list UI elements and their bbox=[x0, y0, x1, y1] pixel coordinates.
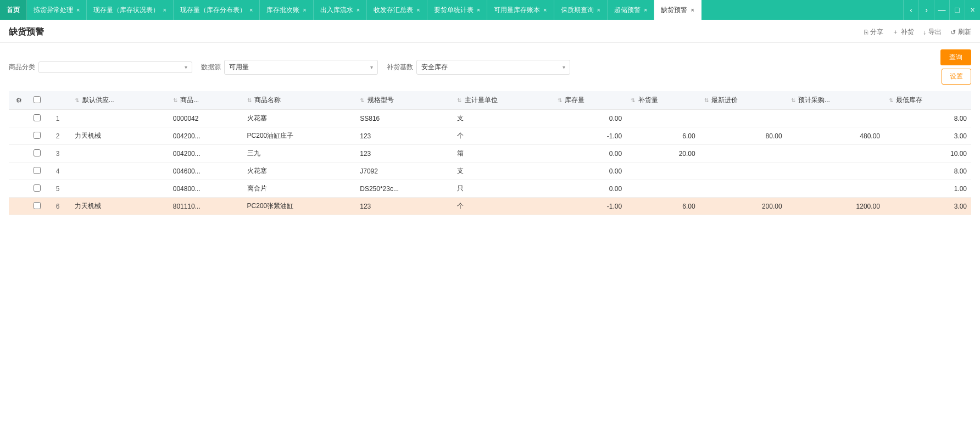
col-min-stock-header[interactable]: ⇅ 最低库存 bbox=[884, 91, 971, 110]
tab-inventory-status[interactable]: 现存量（库存状况表） × bbox=[87, 0, 173, 20]
tab-batch-account-close[interactable]: × bbox=[303, 7, 306, 13]
sort-icon-stock: ⇅ bbox=[558, 97, 562, 103]
window-close-button[interactable]: × bbox=[965, 0, 980, 20]
tab-order-stat-close[interactable]: × bbox=[477, 7, 480, 13]
col-code-header[interactable]: ⇅ 商品... bbox=[169, 91, 243, 110]
col-supplier-header[interactable]: ⇅ 默认供应... bbox=[70, 91, 168, 110]
col-settings[interactable]: ⚙ bbox=[9, 91, 29, 110]
row-checkbox-cell[interactable] bbox=[29, 163, 45, 180]
tab-next-button[interactable]: › bbox=[918, 0, 934, 20]
settings-button[interactable]: 设置 bbox=[942, 69, 971, 85]
category-label: 商品分类 bbox=[9, 63, 35, 72]
tab-prev-button[interactable]: ‹ bbox=[903, 0, 918, 20]
table-settings-icon[interactable]: ⚙ bbox=[16, 97, 22, 104]
tab-batch-account[interactable]: 库存批次账 × bbox=[260, 0, 313, 20]
tab-overstock-warning[interactable]: 超储预警 × bbox=[608, 0, 654, 20]
row-unit: 支 bbox=[453, 163, 553, 180]
tab-shortage-warning[interactable]: 缺货预警 × bbox=[654, 0, 701, 20]
col-price-header[interactable]: ⇅ 最新进价 bbox=[700, 91, 787, 110]
tab-inventory-dist-close[interactable]: × bbox=[249, 7, 253, 13]
col-name-header[interactable]: ⇅ 商品名称 bbox=[243, 91, 356, 110]
row-num: 6 bbox=[45, 198, 70, 215]
tab-inventory-status-close[interactable]: × bbox=[163, 7, 166, 13]
row-replenish-qty bbox=[626, 180, 699, 198]
category-filter-group: 商品分类 ▾ bbox=[9, 61, 192, 73]
tab-receive-summary-close[interactable]: × bbox=[416, 7, 420, 13]
col-checkbox-header[interactable] bbox=[29, 91, 45, 110]
row-num: 3 bbox=[45, 145, 70, 163]
row-checkbox[interactable] bbox=[34, 167, 41, 174]
row-checkbox[interactable] bbox=[34, 132, 41, 139]
row-checkbox[interactable] bbox=[34, 184, 41, 192]
col-unit-header[interactable]: ⇅ 主计量单位 bbox=[453, 91, 553, 110]
page-content: 缺货预警 ⎘ 分享 ＋ 补货 ↓ 导出 ↺ 刷新 商品分类 bbox=[0, 20, 980, 437]
window-minimize-button[interactable]: — bbox=[934, 0, 949, 20]
row-unit: 个 bbox=[453, 127, 553, 145]
table-container: ⚙ ⇅ 默认供应... ⇅ 商品... ⇅ bbox=[0, 91, 980, 215]
tab-inout-flow[interactable]: 出入库流水 × bbox=[314, 0, 367, 20]
tab-available-ledger[interactable]: 可用量库存账本 × bbox=[487, 0, 554, 20]
row-checkbox[interactable] bbox=[34, 202, 41, 209]
row-checkbox-cell[interactable] bbox=[29, 180, 45, 198]
row-checkbox[interactable] bbox=[34, 114, 41, 121]
tab-inout-flow-close[interactable]: × bbox=[357, 7, 360, 13]
replenish-icon: ＋ bbox=[892, 27, 899, 37]
col-est-purchase-header[interactable]: ⇅ 预计采购... bbox=[787, 91, 884, 110]
query-button[interactable]: 查询 bbox=[940, 49, 971, 65]
row-supplier: 力天机械 bbox=[70, 127, 168, 145]
tab-overstock-warning-close[interactable]: × bbox=[644, 7, 647, 13]
row-code: 801110... bbox=[169, 198, 243, 215]
row-settings bbox=[9, 180, 29, 198]
row-stock-qty: 0.00 bbox=[553, 110, 626, 127]
row-supplier bbox=[70, 145, 168, 163]
sort-icon-est: ⇅ bbox=[791, 97, 795, 103]
sort-icon-spec: ⇅ bbox=[360, 97, 364, 103]
tab-shortage-warning-close[interactable]: × bbox=[691, 7, 694, 13]
tab-available-ledger-close[interactable]: × bbox=[543, 7, 547, 13]
row-checkbox-cell[interactable] bbox=[29, 110, 45, 127]
table-row: 1 0000042 火花塞 SS816 支 0.00 8.00 bbox=[9, 110, 971, 127]
replenish-action[interactable]: ＋ 补货 bbox=[892, 27, 914, 37]
col-stock-header[interactable]: ⇅ 库存量 bbox=[553, 91, 626, 110]
tab-home[interactable]: 首页 bbox=[0, 0, 27, 20]
row-settings bbox=[9, 198, 29, 215]
row-est-purchase bbox=[787, 145, 884, 163]
tab-inventory-dist[interactable]: 现存量（库存分布表） × bbox=[174, 0, 260, 20]
row-latest-price bbox=[700, 180, 787, 198]
row-spec: 123 bbox=[355, 145, 453, 163]
datasource-dropdown-icon: ▾ bbox=[370, 64, 373, 70]
tab-receive-summary[interactable]: 收发存汇总表 × bbox=[367, 0, 427, 20]
row-supplier bbox=[70, 110, 168, 127]
tab-nav-buttons: ‹ › — □ × bbox=[903, 0, 980, 20]
row-checkbox-cell[interactable] bbox=[29, 198, 45, 215]
tab-abnormal[interactable]: 拣货异常处理 × bbox=[27, 0, 87, 20]
category-select[interactable]: ▾ bbox=[38, 61, 192, 73]
row-name: 离合片 bbox=[243, 180, 356, 198]
filter-area: 商品分类 ▾ 数据源 可用量 ▾ 补货基数 安全库存 ▾ 查询 设置 bbox=[0, 43, 980, 91]
row-checkbox-cell[interactable] bbox=[29, 145, 45, 163]
replenish-select[interactable]: 安全库存 ▾ bbox=[416, 60, 570, 75]
share-action[interactable]: ⎘ 分享 bbox=[864, 27, 883, 37]
row-checkbox[interactable] bbox=[34, 149, 41, 156]
table-body: 1 0000042 火花塞 SS816 支 0.00 8.00 2 力天机械 0… bbox=[9, 110, 971, 215]
col-replenish-header[interactable]: ⇅ 补货量 bbox=[626, 91, 699, 110]
row-est-purchase: 480.00 bbox=[787, 127, 884, 145]
row-min-stock: 1.00 bbox=[884, 180, 971, 198]
tab-abnormal-close[interactable]: × bbox=[76, 7, 80, 13]
row-checkbox-cell[interactable] bbox=[29, 127, 45, 145]
row-spec: 123 bbox=[355, 127, 453, 145]
export-action[interactable]: ↓ 导出 bbox=[923, 27, 942, 37]
select-all-checkbox[interactable] bbox=[34, 96, 41, 103]
tab-order-stat[interactable]: 要货单统计表 × bbox=[427, 0, 487, 20]
datasource-value: 可用量 bbox=[229, 63, 249, 72]
sort-icon-unit: ⇅ bbox=[457, 97, 461, 103]
row-unit: 支 bbox=[453, 110, 553, 127]
row-stock-qty: 0.00 bbox=[553, 163, 626, 180]
refresh-action[interactable]: ↺ 刷新 bbox=[950, 27, 971, 37]
tab-expiry-query[interactable]: 保质期查询 × bbox=[554, 0, 608, 20]
col-spec-header[interactable]: ⇅ 规格型号 bbox=[355, 91, 453, 110]
tab-expiry-query-close[interactable]: × bbox=[597, 7, 600, 13]
replenish-dropdown-icon: ▾ bbox=[563, 64, 565, 70]
window-maximize-button[interactable]: □ bbox=[949, 0, 965, 20]
datasource-select[interactable]: 可用量 ▾ bbox=[224, 60, 378, 75]
